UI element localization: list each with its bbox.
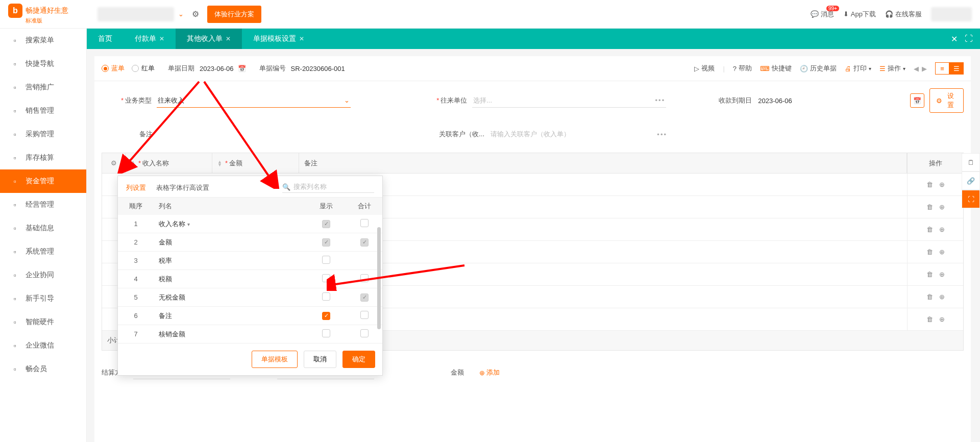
chevron-down-icon[interactable]: ⌄ [178,10,184,18]
biz-type-select[interactable]: 往来收入 ⌄ [157,93,351,108]
sidebar-item-home[interactable]: ▫快捷导航 [0,52,86,76]
column-row[interactable]: 5 无税金额 ✓ [118,288,382,307]
add-row-icon[interactable]: ⊕ [939,203,945,211]
template-button[interactable]: 单据模板 [252,351,298,368]
download-icon: ⬇ [843,10,849,18]
row-show-checkbox[interactable] [306,274,347,284]
tab[interactable]: 付款单✕ [124,29,176,49]
help-link[interactable]: ?帮助 [733,64,752,73]
delete-icon[interactable]: 🗑 [926,226,933,233]
add-row-icon[interactable]: ⊕ [939,293,945,301]
col-income-name[interactable]: ▲▼*收入名称 [126,153,212,173]
column-row[interactable]: 3 税率 [118,252,382,270]
row-sum-checkbox[interactable] [347,219,382,229]
calendar-button[interactable]: 📅 [910,93,924,108]
add-row-icon[interactable]: ⊕ [939,181,945,188]
add-row-icon[interactable]: ⊕ [939,226,945,233]
column-row[interactable]: 4 税额 [118,270,382,288]
link-icon[interactable]: 🔗 [962,171,980,190]
sidebar-item-member[interactable]: ▫畅会员 [0,357,86,381]
settings-button[interactable]: ⚙设置 [929,88,964,113]
delete-icon[interactable]: 🗑 [926,203,933,211]
sidebar-item-gift[interactable]: ▫营销推广 [0,76,86,99]
row-show-checkbox[interactable] [306,292,347,302]
expand-icon[interactable]: ⛶ [962,190,980,208]
add-payment-button[interactable]: ⊕添加 [479,368,500,377]
remark-input[interactable] [158,127,352,141]
sidebar-item-system[interactable]: ▫系统管理 [0,240,86,263]
calendar-icon[interactable]: 📅 [238,65,246,72]
tab-column-settings[interactable]: 列设置 [126,183,146,192]
row-show-checkbox[interactable]: ✓ [306,311,347,320]
delete-icon[interactable]: 🗑 [926,271,933,278]
radio-red[interactable]: 红单 [132,64,155,73]
fullscreen-icon[interactable]: ⛶ [965,34,973,43]
close-icon[interactable]: ✕ [299,35,304,42]
sidebar-item-money[interactable]: ▫资金管理 [0,169,86,193]
tab[interactable]: 首页 [87,29,124,49]
add-row-icon[interactable]: ⊕ [939,315,945,323]
gear-icon[interactable]: ⚙ [192,9,199,19]
sidebar-item-guide[interactable]: ▫新手引导 [0,287,86,310]
bill-date-value[interactable]: 2023-06-06 [200,65,234,72]
customer-input[interactable]: 请输入关联客户（收入单） ••• [489,127,668,141]
org-selector[interactable] [97,7,174,21]
cancel-button[interactable]: 取消 [304,351,336,368]
radio-blue[interactable]: 蓝单 [102,64,125,73]
ok-button[interactable]: 确定 [342,351,375,368]
video-link[interactable]: ▷视频 [694,64,715,73]
view-list[interactable]: ≡ [935,62,949,75]
sidebar-item-manage[interactable]: ▫经营管理 [0,193,86,216]
sidebar-item-stock[interactable]: ▫库存核算 [0,146,86,169]
column-row[interactable]: 2 金额 ✓ ✓ [118,233,382,252]
operate-link[interactable]: ☰操作▾ [879,64,905,73]
row-sum-checkbox[interactable] [347,329,382,339]
delete-icon[interactable]: 🗑 [926,248,933,256]
prev-icon[interactable]: ◀ [914,65,919,72]
experience-button[interactable]: 体验行业方案 [207,6,261,23]
print-link[interactable]: 🖨打印▾ [845,64,871,73]
popup-scrollbar[interactable] [377,227,381,329]
sidebar-item-search[interactable]: ▫搜索菜单 [0,29,86,52]
row-show-checkbox[interactable] [306,256,347,265]
close-icon[interactable]: ✕ [226,35,231,42]
delete-icon[interactable]: 🗑 [926,181,933,188]
note-icon[interactable]: 🗒 [962,153,980,171]
due-date-input[interactable]: 2023-06-06 [757,93,900,108]
close-icon[interactable]: ✕ [159,35,164,42]
sidebar-item-hardware[interactable]: ▫智能硬件 [0,310,86,334]
party-select[interactable]: 选择... ••• [472,93,666,108]
column-row[interactable]: 1 收入名称 ▾ ✓ [118,215,382,233]
delete-icon[interactable]: 🗑 [926,293,933,301]
sidebar-item-sale[interactable]: ▫销售管理 [0,99,86,122]
message-link[interactable]: 💬 消息 99+ [811,10,834,19]
tab[interactable]: 单据模板设置✕ [242,29,315,49]
history-link[interactable]: 🕘历史单据 [800,64,837,73]
grid-gear-button[interactable]: ⚙ [102,153,126,173]
column-row[interactable]: 6 备注 ✓ [118,307,382,325]
user-avatar[interactable] [931,7,972,21]
next-icon[interactable]: ▶ [922,65,927,72]
online-service-link[interactable]: 🎧 在线客服 [885,10,922,19]
app-download-link[interactable]: ⬇ App下载 [843,10,876,19]
add-row-icon[interactable]: ⊕ [939,271,945,278]
row-show-checkbox[interactable]: ✓ [306,219,347,228]
sidebar-item-collab[interactable]: ▫企业协同 [0,263,86,287]
column-search-input[interactable]: 🔍 搜索列名称 [282,182,374,193]
column-row[interactable]: 7 核销金额 [118,325,382,343]
close-all-icon[interactable]: ✕ [951,34,958,44]
sidebar-item-cart[interactable]: ▫采购管理 [0,122,86,146]
sidebar-item-wechat[interactable]: ▫企业微信 [0,334,86,357]
tab[interactable]: 其他收入单✕ [176,29,242,49]
col-amount[interactable]: ▲▼*金额 [212,153,299,173]
shortcut-link[interactable]: ⌨快捷键 [760,64,792,73]
add-row-icon[interactable]: ⊕ [939,248,945,256]
row-show-checkbox[interactable]: ✓ [306,238,347,247]
col-remark[interactable]: 备注 [299,153,907,173]
sidebar-item-info[interactable]: ▫基础信息 [0,216,86,240]
chevron-down-icon[interactable]: ▾ [187,222,190,227]
view-detail[interactable]: ☰ [949,62,964,75]
tab-font-settings[interactable]: 表格字体行高设置 [156,183,209,192]
delete-icon[interactable]: 🗑 [926,315,933,323]
row-show-checkbox[interactable] [306,329,347,339]
